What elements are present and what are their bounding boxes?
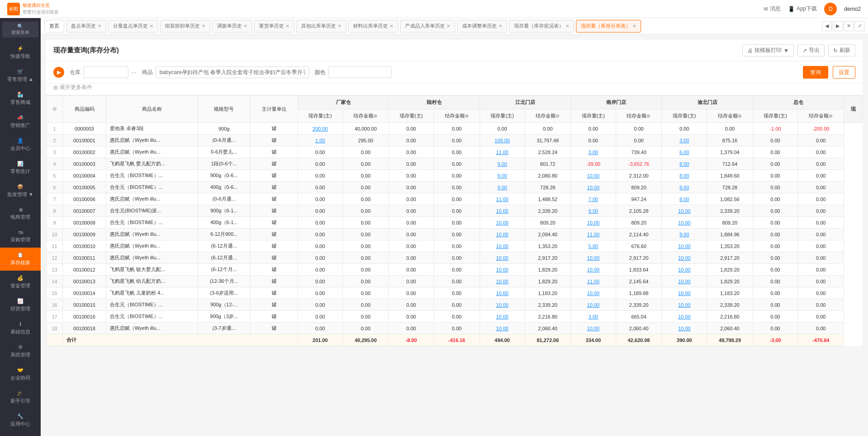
cell-data-10: 0.00 (753, 252, 797, 264)
cell-data-11: 0.00 (798, 311, 844, 323)
sidebar-item-dianshang[interactable]: 🖥 电商管理 (0, 202, 41, 225)
cell-data-0: 0.00 (297, 240, 342, 252)
sidebar-item-lingshou[interactable]: 🛒 零售管理 ▲ (0, 64, 41, 87)
sidebar-item-pifa[interactable]: 📦 批发管理 ▼ (0, 179, 41, 202)
tab-close-all-btn[interactable]: ✕ (844, 21, 854, 31)
cell-data-3: 0.00 (434, 135, 480, 146)
tab-chengben-close[interactable]: ✕ (499, 23, 502, 28)
tab-prev-btn[interactable]: ◀ (822, 21, 832, 31)
tab-qitachuku[interactable]: 其他出库单历史 ✕ (296, 20, 346, 33)
sidebar-item-caigou[interactable]: 🛍 采购管理 (0, 225, 41, 248)
tab-diaopai-close[interactable]: ✕ (244, 23, 247, 28)
tab-chengpin[interactable]: 产成品入库单历史 ✕ (400, 20, 455, 33)
cell-data-4: 11.00 (480, 193, 524, 205)
cell-data-9: 2,339.20 (707, 299, 753, 311)
tab-chengpin-close[interactable]: ✕ (447, 23, 450, 28)
cell-code: 00100010 (63, 240, 106, 252)
color-input[interactable] (328, 66, 392, 78)
tab-yaohuo-close[interactable]: ✕ (286, 23, 289, 28)
sidebar-item-jingying[interactable]: 📈 经营管理 (0, 294, 41, 317)
tab-pandian-label: 盘点单历史 (71, 23, 96, 29)
message-btn[interactable]: ✉ 消息 (764, 5, 781, 13)
sidebar-item-huiyuan[interactable]: 👤 会员中心 (0, 133, 41, 156)
cell-data-7: 2,105.28 (616, 205, 662, 217)
setting-button[interactable]: 设置 (833, 66, 855, 79)
sidebar-item-weixin[interactable]: 💬 企业微信 (0, 432, 41, 436)
tab-liaochuku-close[interactable]: ✕ (390, 23, 393, 28)
cell-data-8: 10.00 (662, 311, 707, 323)
cell-data-11: 0.00 (798, 193, 844, 205)
cell-data-1: 0.00 (343, 193, 389, 205)
tab-zuchuan-close[interactable]: ✕ (202, 23, 205, 28)
warehouse-input[interactable] (83, 66, 128, 78)
cell-data-11: 0.00 (798, 146, 844, 158)
pifa-icon: 📦 (17, 184, 24, 190)
tab-fenpandian[interactable]: 分量盘点单历史 ✕ (108, 20, 158, 33)
sidebar-item-jichu[interactable]: ℹ 基础信息 (0, 317, 41, 340)
cell-index: 4 (47, 158, 63, 170)
sidebar-item-zijin[interactable]: 💰 资金管理 (0, 271, 41, 294)
tab-xiancunl-fenbulabel-close[interactable]: ✕ (632, 23, 636, 28)
tab-expand-btn[interactable]: ⤢ (854, 21, 864, 31)
tab-chengben[interactable]: 成本调整单历史 ✕ (457, 20, 507, 33)
sidebar-item-qiye[interactable]: 🤝 企业协同 (0, 363, 41, 386)
sidebar-search[interactable]: 🔍 搜索英单 (2, 22, 38, 38)
app-download-btn[interactable]: 📱 App下载 (788, 5, 817, 13)
dianshang-icon: 🖥 (18, 207, 23, 212)
expand-more-btn[interactable]: ⊞ 展开更多条件 (53, 84, 92, 91)
th-nanan-amt: 结存金额⊙ (616, 109, 662, 123)
warehouse-dots[interactable]: ··· (131, 69, 137, 76)
export-btn[interactable]: ↗ 导出 (797, 44, 825, 56)
table-row: 1800100018惠氏启赋（Wyeth illu...(3-7岁通...罐0.… (47, 323, 863, 334)
warehouse-label: 仓库 (70, 69, 80, 76)
user-avatar[interactable]: D (824, 3, 837, 15)
sidebar-item-lingshoutongji[interactable]: 📊 零售统计 (0, 156, 41, 179)
tab-yaohuo[interactable]: 要货单历史 ✕ (254, 20, 294, 33)
cell-data-7: 2,060.40 (616, 323, 662, 334)
tab-next-btn[interactable]: ▶ (833, 21, 843, 31)
tab-xiancunl-fenbulabel[interactable]: 现存量（库存分布表） ✕ (576, 20, 641, 33)
sidebar-item-yingxiao[interactable]: 📣 营销推广 (0, 110, 41, 133)
tab-zuchuan[interactable]: 组装拆卸单历史 ✕ (160, 20, 210, 33)
tab-fenpandian-close[interactable]: ✕ (150, 23, 153, 28)
cell-data-4: 10.00 (480, 264, 524, 276)
tab-pandian[interactable]: 盘点单历史 ✕ (66, 20, 106, 33)
sidebar-item-kuaijie[interactable]: ⚡ 快捷导航 (0, 41, 41, 64)
sidebar-item-yingyong[interactable]: 🔧 应用中心 (0, 409, 41, 432)
cell-name: 惠氏启赋（Wyeth illu... (106, 323, 198, 334)
tab-liaochuku[interactable]: 材料出库单历史 ✕ (348, 20, 398, 33)
sidebar-item-kucun[interactable]: 📋 库存核算 (0, 248, 41, 271)
cell-data-8: 10.00 (662, 264, 707, 276)
cell-data-6: 11.00 (571, 276, 616, 287)
sidebar-item-xitong[interactable]: ⚙ 系统管理 (0, 340, 41, 363)
sidebar-item-shangcheng[interactable]: 🏪 零售商城 (0, 87, 41, 110)
sidebar-item-xinshou[interactable]: 🎓 新手引导 (0, 386, 41, 409)
cell-data-1: 0.00 (343, 182, 389, 193)
filter-toggle-btn[interactable]: ▶ (53, 67, 64, 78)
tab-pandian-close[interactable]: ✕ (98, 23, 101, 28)
refresh-btn[interactable]: ↻ 刷新 (828, 44, 855, 56)
goods-input[interactable] (156, 66, 309, 78)
top-bar-right: ✉ 消息 📱 App下载 D demo2 (764, 3, 861, 15)
th-lucun-qty: 现存量(主) (389, 109, 434, 123)
app-download-label: App下载 (797, 5, 817, 13)
cell-data-6: 10.00 (571, 252, 616, 264)
cell-data-3: 0.00 (434, 252, 480, 264)
th-nanan: 南岸门店 (571, 96, 662, 109)
search-button[interactable]: 查询 (803, 66, 828, 79)
tab-home[interactable]: 首页 (44, 20, 64, 33)
kucun-icon: 📋 (17, 252, 24, 258)
cell-data-8: 10.00 (662, 287, 707, 299)
tab-diaopai[interactable]: 调拨单历史 ✕ (212, 20, 252, 33)
tab-xiancunl-kuangkuang-close[interactable]: ✕ (566, 23, 569, 28)
tab-xiancunl-kuangkuang[interactable]: 现存量（库存状况表） ✕ (509, 20, 574, 33)
cell-data-10: 0.00 (753, 135, 797, 146)
cell-data-11: 0.00 (798, 158, 844, 170)
cell-data-1: 0.00 (343, 252, 389, 264)
table-row: 10000003爱他美 卓睿3段900g罐200.0040,000.000.00… (47, 123, 863, 135)
cell-data-3: 0.00 (434, 299, 480, 311)
tab-qitachuku-close[interactable]: ✕ (338, 23, 341, 28)
lingshou-label: 零售管理 ▲ (7, 76, 33, 83)
th-settings[interactable]: ⚙ (47, 96, 63, 123)
print-btn[interactable]: 🖨 按模板打印 ▼ (742, 44, 794, 56)
